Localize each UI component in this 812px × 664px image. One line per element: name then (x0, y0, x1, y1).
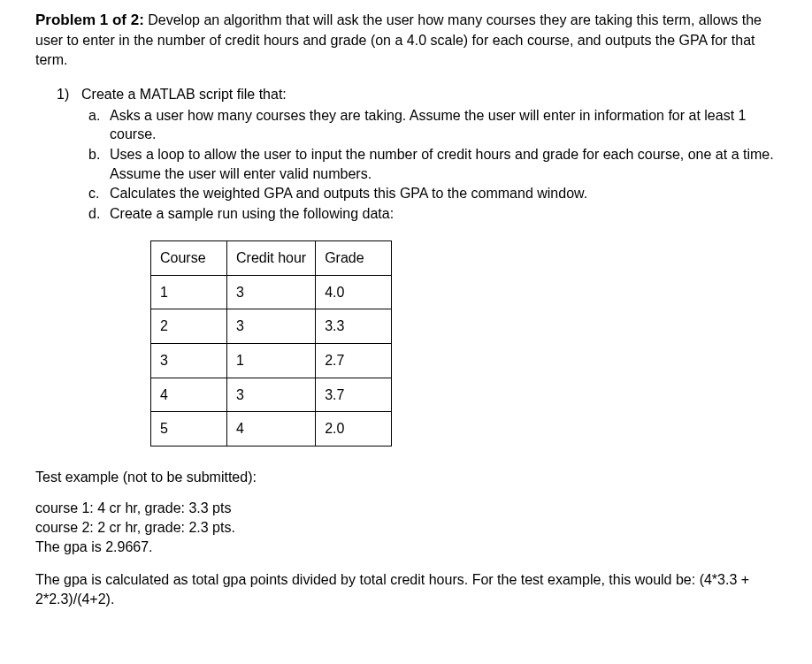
table-row: 1 3 4.0 (151, 275, 392, 309)
table-cell: 3 (151, 344, 227, 378)
table-cell: 3 (227, 378, 316, 412)
main-list: 1) Create a MATLAB script file that: a. … (57, 85, 777, 223)
table-cell: 3 (227, 275, 316, 309)
table-cell: 4.0 (316, 275, 392, 309)
table-row: 4 3 3.7 (151, 378, 392, 412)
table-cell: 2.7 (316, 344, 392, 378)
data-table: Course Credit hour Grade 1 3 4.0 2 3 3.3… (150, 240, 392, 446)
table-cell: 4 (227, 412, 316, 446)
table-cell: 3.7 (316, 378, 392, 412)
table-cell: 2 (151, 309, 227, 344)
test-line: course 2: 2 cr hr, grade: 2.3 pts. (35, 518, 777, 538)
table-header-cell: Course (151, 241, 227, 276)
sub-marker: d. (88, 204, 100, 224)
test-explanation: The gpa is calculated as total gpa point… (35, 570, 777, 608)
table-cell: 1 (227, 344, 316, 378)
table-cell: 4 (151, 378, 227, 412)
sub-item-text: Asks a user how many courses they are ta… (110, 108, 746, 142)
table-row: 2 3 3.3 (151, 309, 392, 344)
main-list-item: 1) Create a MATLAB script file that: a. … (57, 85, 777, 223)
sub-list-item: c. Calculates the weighted GPA and outpu… (88, 184, 777, 203)
sub-list-item: d. Create a sample run using the followi… (88, 204, 777, 224)
test-line: course 1: 4 cr hr, grade: 3.3 pts (35, 499, 777, 518)
test-example-section: Test example (not to be submitted): cour… (35, 468, 777, 609)
main-item-text: Create a MATLAB script file that: (81, 87, 287, 102)
list-marker: 1) (57, 85, 69, 104)
sub-list-item: b. Uses a loop to allow the user to inpu… (88, 145, 777, 183)
test-line: The gpa is 2.9667. (35, 538, 777, 557)
problem-header: Problem 1 of 2: Develop an algorithm tha… (35, 11, 777, 69)
table-cell: 3 (227, 309, 316, 344)
sub-marker: a. (88, 106, 100, 126)
table-cell: 3.3 (316, 309, 392, 344)
table-row: 3 1 2.7 (151, 344, 392, 378)
sub-item-text: Uses a loop to allow the user to input t… (110, 147, 774, 181)
table-cell: 5 (151, 412, 227, 446)
sub-item-text: Create a sample run using the following … (110, 206, 394, 221)
test-heading: Test example (not to be submitted): (35, 468, 777, 487)
table-header-cell: Grade (316, 241, 392, 276)
sub-list: a. Asks a user how many courses they are… (88, 106, 777, 224)
sub-marker: c. (88, 184, 99, 203)
table-header-cell: Credit hour (227, 241, 316, 276)
table-row: 5 4 2.0 (151, 412, 392, 446)
table-cell: 2.0 (316, 412, 392, 446)
problem-description: Develop an algorithm that will ask the u… (35, 12, 762, 67)
sub-list-item: a. Asks a user how many courses they are… (88, 106, 777, 144)
table-header-row: Course Credit hour Grade (151, 241, 392, 276)
sub-marker: b. (88, 145, 100, 164)
sub-item-text: Calculates the weighted GPA and outputs … (110, 186, 587, 201)
test-lines: course 1: 4 cr hr, grade: 3.3 pts course… (35, 499, 777, 556)
problem-title: Problem 1 of 2: (35, 11, 144, 28)
table-cell: 1 (151, 275, 227, 309)
